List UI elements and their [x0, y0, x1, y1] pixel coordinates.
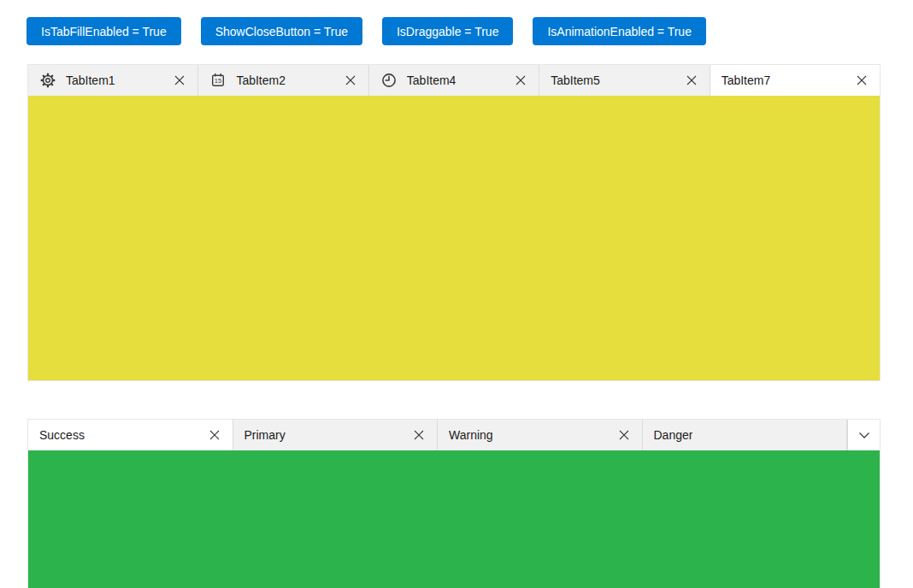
isdraggable-button[interactable]: IsDraggable = True — [382, 17, 513, 45]
tab-label: TabItem7 — [722, 74, 771, 87]
tabview-bottom: Success Primary Warning — [27, 419, 881, 588]
showclosebutton-button[interactable]: ShowCloseButton = True — [201, 17, 362, 45]
tab-danger[interactable]: Danger — [643, 420, 848, 450]
tab-label: TabItem2 — [236, 74, 286, 87]
istabfillenabled-button[interactable]: IsTabFillEnabled = True — [27, 17, 181, 45]
close-icon[interactable] — [514, 74, 527, 87]
isanimationenabled-button[interactable]: IsAnimationEnabled = True — [533, 17, 706, 45]
chevron-down-icon — [857, 428, 871, 442]
tab-tabitem5[interactable]: TabItem5 — [539, 65, 710, 96]
close-icon[interactable] — [208, 428, 221, 442]
tab-label: Warning — [449, 428, 493, 442]
tab-tabitem4[interactable]: TabItem4 — [369, 65, 539, 96]
toolbar: IsTabFillEnabled = True ShowCloseButton … — [27, 17, 913, 45]
tab-tabitem7[interactable]: TabItem7 — [710, 65, 880, 96]
tab-strip-top: TabItem1 15 TabItem2 — [28, 65, 880, 96]
tab-primary[interactable]: Primary — [233, 420, 439, 450]
tab-label: Success — [39, 428, 85, 442]
close-icon[interactable] — [412, 428, 426, 442]
tab-content-green — [28, 450, 880, 588]
tab-label: Primary — [244, 428, 286, 442]
gear-icon — [39, 72, 56, 89]
tab-label: Danger — [654, 428, 693, 442]
tab-label: TabItem1 — [66, 74, 115, 87]
tab-label: TabItem4 — [407, 74, 456, 87]
tab-tabitem2[interactable]: 15 TabItem2 — [198, 65, 368, 96]
clock-icon — [380, 72, 398, 89]
close-icon[interactable] — [344, 74, 357, 87]
tab-success[interactable]: Success — [28, 420, 233, 450]
tab-warning[interactable]: Warning — [438, 420, 643, 450]
tab-label: TabItem5 — [551, 74, 600, 87]
calendar-icon: 15 — [209, 72, 227, 89]
tab-strip-bottom: Success Primary Warning — [28, 420, 880, 450]
close-icon[interactable] — [855, 74, 869, 87]
close-icon[interactable] — [617, 428, 631, 442]
tab-content-yellow — [28, 96, 880, 380]
svg-text:15: 15 — [215, 77, 221, 85]
tab-tabitem1[interactable]: TabItem1 — [28, 65, 198, 96]
close-icon[interactable] — [685, 74, 698, 87]
tabview-top: TabItem1 15 TabItem2 — [27, 64, 881, 381]
tab-overflow-button[interactable] — [847, 420, 880, 450]
close-icon[interactable] — [173, 74, 186, 87]
